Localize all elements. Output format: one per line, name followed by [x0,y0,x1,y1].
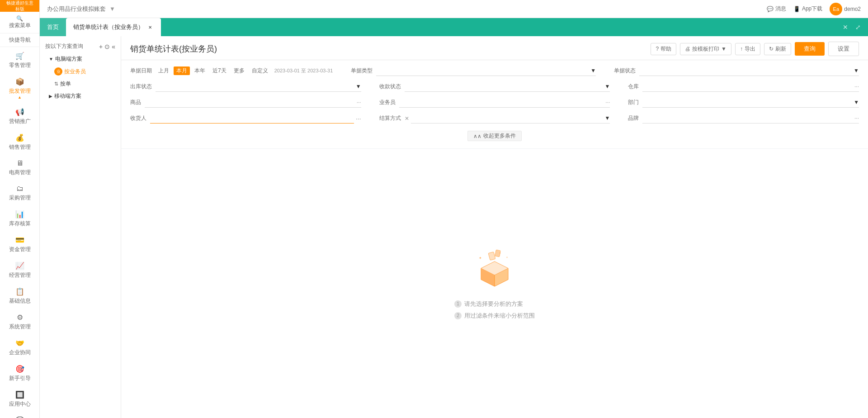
sidebar-item-purchase[interactable]: 🗂 采购管理 [0,180,39,205]
hint-item-2: 2 用过滤条件来缩小分析范围 [454,310,535,322]
sidebar-item-sales[interactable]: 💰 销售管理 [0,129,39,155]
newbie-label: 新手引导 [9,375,31,382]
filter-brand: 品牌 ··· [628,113,859,124]
app-download-button[interactable]: 📱 App下载 [793,5,822,13]
sidebar-item-system[interactable]: ⚙ 系统管理 [0,309,39,334]
retail-icon: 🛒 [15,52,24,60]
filter-warehouse: 仓库 ··· [628,81,859,92]
sidebar-item-ecom[interactable]: 🖥 电商管理 [0,155,39,180]
receiver-dots[interactable]: ··· [356,115,361,122]
sidebar-item-corp[interactable]: 🤝 企业协同 [0,334,39,360]
doc-status-select[interactable]: ▼ [639,66,859,76]
date-tab-7days[interactable]: 近7天 [210,66,229,75]
empty-illustration: ✦ ✦ ✦ [472,246,517,291]
system-icon: ⚙ [17,313,23,322]
doc-type-chevron: ▼ [590,67,596,74]
date-tab-more[interactable]: 更多 [231,66,247,75]
tab-sales-stat-label: 销货单统计表（按业务员） [73,23,144,31]
message-button[interactable]: 💬 消息 [767,5,786,13]
message-label: 消息 [775,5,786,13]
page-title: 销货单统计表(按业务员) [130,43,217,54]
sidebar-item-marketing[interactable]: 📢 营销推广 [0,103,39,129]
close-window-button[interactable]: ✕ [841,23,850,32]
date-range-text: 2023-03-01 至 2023-03-31 [274,67,333,74]
out-status-label: 出库状态 [130,83,152,90]
print-chevron-icon: ▼ [721,46,726,52]
sidebar-item-finance[interactable]: 💳 资金管理 [0,231,39,257]
collapse-button[interactable]: ∧∧ 收起更多条件 [467,131,522,141]
svg-rect-4 [488,252,495,260]
payment-method-clear[interactable]: ✕ [405,115,409,122]
apps-label: 应用中心 [9,400,31,408]
tab-bar: 首页 销货单统计表（按业务员） ✕ ✕ ⤢ [40,18,868,36]
inventory-icon: 📊 [15,210,24,218]
hint-text-2: 用过滤条件来缩小分析范围 [464,310,535,322]
top-header: 办公用品行业模拟账套 ▼ 💬 消息 📱 App下载 Ea demo2 [40,0,868,18]
user-menu[interactable]: Ea demo2 [830,3,861,15]
corp-label: 企业协同 [9,349,31,356]
sidebar-item-newbie[interactable]: 🎯 新手引导 [0,360,39,386]
maximize-window-button[interactable]: ⤢ [854,23,863,32]
sidebar-item-basic[interactable]: 📋 基础信息 [0,283,39,309]
left-panel-actions: + ⊙ « [99,43,115,50]
doc-status-label: 单据状态 [614,67,636,75]
sidebar-item-wholesale[interactable]: 📦 批发管理 ▲ [0,73,39,103]
search-icon: 🔍 [0,15,39,22]
filter-receiver: 收货人 ··· [130,113,361,124]
payment-method-select[interactable]: ▼ [411,113,610,124]
help-button[interactable]: ? 帮助 [651,43,676,55]
tree-mobile-label: 移动端方案 [54,92,81,100]
receiver-input[interactable] [150,113,354,124]
refresh-button[interactable]: ↻ 刷新 [764,43,791,55]
sidebar-item-wechat[interactable]: 💬 企业微信 [0,412,39,418]
sidebar-quick-nav[interactable]: 快捷导航 [0,33,39,47]
warehouse-select[interactable]: ··· [642,81,859,92]
filter-dept: 部门 ▼ [628,97,859,108]
header-actions: 💬 消息 📱 App下载 Ea demo2 [767,3,861,15]
date-tab-this-year[interactable]: 本年 [192,66,208,75]
date-tab-last-month[interactable]: 上月 [156,66,172,75]
tab-home[interactable]: 首页 [40,18,66,36]
tree-pc-scheme[interactable]: ▼ 电脑端方案 [40,53,121,65]
edit-scheme-button[interactable]: ⊙ [104,43,110,50]
pay-status-select[interactable]: ▼ [405,81,610,92]
dept-select[interactable]: ▼ [642,97,859,108]
sidebar-item-apps[interactable]: 🔲 应用中心 [0,386,39,412]
salesman-select[interactable]: ··· [399,97,610,108]
tab-close-icon[interactable]: ✕ [146,24,154,31]
payment-method-label: 结算方式 [379,114,401,122]
export-button[interactable]: ↑ 导出 [735,43,760,55]
purchase-label: 采购管理 [9,194,31,202]
setting-button[interactable]: 设置 [828,42,859,56]
template-print-label: 按模板打印 [692,45,719,53]
doc-type-select[interactable]: ▼ [376,66,596,76]
sidebar-search[interactable]: 🔍 搜索菜单 [0,12,39,33]
sidebar-item-inventory[interactable]: 📊 库存核算 [0,205,39,231]
tree-mobile-scheme[interactable]: ▶ 移动端方案 [40,90,121,102]
refresh-icon: ↻ [769,46,774,52]
out-status-select[interactable]: ▼ [156,81,361,92]
tree-by-salesman[interactable]: 业 按业务员 [40,65,121,78]
filter-row-3: 商品 ··· 业务员 ··· [130,97,859,108]
tree-pc-label: 电脑端方案 [55,55,82,63]
tab-sales-stat[interactable]: 销货单统计表（按业务员） ✕ [66,18,161,36]
collapse-icon: ∧∧ [473,133,481,139]
sidebar: 畅捷通好生意 标版 🔍 搜索菜单 快捷导航 🛒 零售管理 📦 批发管理 ▲ 📢 … [0,0,40,418]
finance-label: 资金管理 [9,246,31,253]
query-button[interactable]: 查询 [795,42,825,56]
tree-by-order[interactable]: ⇅ 按单 [40,78,121,90]
filter-payment-method: 结算方式 ✕ ▼ [379,113,610,124]
collapse-row: ∧∧ 收起更多条件 [130,129,859,143]
sidebar-item-retail[interactable]: 🛒 零售管理 [0,47,39,73]
date-tab-custom[interactable]: 自定义 [249,66,271,75]
sidebar-item-operation[interactable]: 📈 经营管理 [0,257,39,283]
filter-goods: 商品 ··· [130,97,361,108]
date-tab-this-month[interactable]: 本月 [174,66,190,75]
goods-select[interactable]: ··· [145,97,361,108]
add-scheme-button[interactable]: + [99,43,103,50]
user-label: demo2 [844,6,861,12]
collapse-panel-button[interactable]: « [112,43,115,50]
wholesale-icon: 📦 [15,77,24,86]
template-print-button[interactable]: 🖨 按模板打印 ▼ [680,43,731,55]
brand-select[interactable]: ··· [642,113,859,124]
